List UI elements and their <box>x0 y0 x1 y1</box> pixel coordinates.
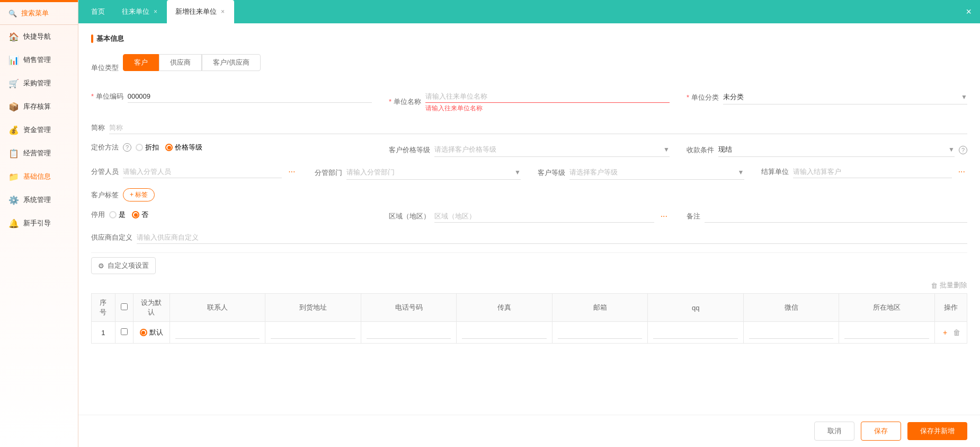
department-field: 分管部门 请输入分管部门 ▼ <box>315 165 521 180</box>
manager-field: 分管人员 ··· <box>91 165 298 178</box>
short-name-field: 简称 <box>91 121 967 134</box>
unit-name-field: 单位名称 请输入往来单位名称 <box>389 90 670 113</box>
payment-terms-help-icon[interactable]: ? <box>959 146 967 154</box>
sidebar-item-label: 快捷导航 <box>23 32 51 41</box>
manager-input[interactable] <box>123 165 282 178</box>
save-button[interactable]: 保存 <box>861 422 901 441</box>
type-btn-both[interactable]: 客户/供应商 <box>202 54 261 71</box>
customer-level-select[interactable]: 请选择客户等级 ▼ <box>569 165 744 180</box>
contact-table: 序号 设为默认 联系人 到货地址 电话号码 传真 邮箱 qq 微信 所在地区 操… <box>91 293 967 344</box>
sidebar-item-guide[interactable]: 🔔 新手引导 <box>0 212 78 235</box>
sidebar-item-purchase[interactable]: 🛒 采购管理 <box>0 72 78 95</box>
manager-more-btn[interactable]: ··· <box>286 167 297 177</box>
table-header-row: 序号 设为默认 联系人 到货地址 电话号码 传真 邮箱 qq 微信 所在地区 操… <box>92 294 967 322</box>
settlement-unit-input[interactable] <box>793 165 952 178</box>
td-seq: 1 <box>92 322 115 344</box>
sidebar-item-system[interactable]: ⚙️ 系统管理 <box>0 188 78 212</box>
radio-discount[interactable]: 折扣 <box>136 143 159 152</box>
payment-terms-chevron: ▼ <box>948 146 955 153</box>
wechat-input[interactable] <box>749 326 834 339</box>
fax-input[interactable] <box>462 326 547 339</box>
sidebar-item-operations[interactable]: 📋 经营管理 <box>0 142 78 165</box>
th-region: 所在地区 <box>839 294 935 322</box>
tab-partners[interactable]: 往来单位 × <box>113 0 167 23</box>
address-input[interactable] <box>271 326 355 339</box>
default-radio-label: 默认 <box>149 328 163 337</box>
tab-new-partner-close[interactable]: × <box>220 7 226 16</box>
customer-price-level-field: 客户价格等级 请选择客户价格等级 ▼ <box>389 143 670 157</box>
supplier-custom-input[interactable] <box>137 231 967 244</box>
qq-input[interactable] <box>653 326 738 339</box>
pricing-method-help-icon[interactable]: ? <box>123 143 131 152</box>
operations-icon: 📋 <box>8 148 19 159</box>
system-icon: ⚙️ <box>8 195 19 205</box>
remark-input[interactable] <box>705 210 967 223</box>
cancel-button[interactable]: 取消 <box>814 422 854 441</box>
tab-home[interactable]: 首页 <box>83 0 113 23</box>
pricing-radio-group: 折扣 价格等级 <box>136 143 202 152</box>
disabled-field: 停用 是 否 <box>91 210 372 220</box>
radio-yes[interactable]: 是 <box>109 210 126 220</box>
tab-partners-close[interactable]: × <box>153 7 158 16</box>
sidebar-item-label: 销售管理 <box>23 55 51 65</box>
type-btn-supplier[interactable]: 供应商 <box>159 54 202 71</box>
default-radio[interactable]: 默认 <box>139 328 164 337</box>
radio-price-level[interactable]: 价格等级 <box>165 143 202 152</box>
payment-terms-select[interactable]: 现结 ▼ <box>718 143 955 157</box>
department-label: 分管部门 <box>315 168 342 178</box>
td-fax <box>457 322 553 344</box>
pricing-method-label: 定价方法 <box>91 143 119 152</box>
customer-price-level-label: 客户价格等级 <box>389 145 430 155</box>
region-table-input[interactable] <box>844 326 929 339</box>
unit-type-field: 单位类型 客户 供应商 客户/供应商 <box>91 54 967 82</box>
region-input[interactable] <box>434 210 654 223</box>
custom-settings-button[interactable]: ⚙ 自定义项设置 <box>91 257 156 274</box>
tab-bar-close-all[interactable]: × <box>961 6 976 17</box>
radio-no-circle <box>132 211 139 218</box>
sidebar-item-label: 系统管理 <box>23 195 51 205</box>
region-field: 区域（地区） ··· <box>389 210 670 223</box>
sidebar-item-quick-nav[interactable]: 🏠 快捷导航 <box>0 25 78 48</box>
department-placeholder: 请输入分管部门 <box>346 168 513 177</box>
email-input[interactable] <box>558 326 643 339</box>
customer-price-level-select[interactable]: 请选择客户价格等级 ▼ <box>434 143 670 157</box>
sidebar-item-inventory[interactable]: 📦 库存核算 <box>0 95 78 118</box>
add-row-icon[interactable]: + <box>940 328 950 337</box>
customer-level-label: 客户等级 <box>538 168 565 178</box>
unit-name-input[interactable] <box>425 90 670 103</box>
contact-input[interactable] <box>175 326 260 339</box>
sidebar-item-label: 库存核算 <box>23 102 51 111</box>
sidebar-item-finance[interactable]: 💰 资金管理 <box>0 118 78 142</box>
radio-yes-label: 是 <box>119 210 126 220</box>
payment-terms-field: 收款条件 现结 ▼ ? <box>687 143 967 157</box>
remark-field: 备注 <box>687 210 967 223</box>
unit-code-input[interactable] <box>128 90 372 103</box>
settlement-unit-more-btn[interactable]: ··· <box>956 167 967 177</box>
payment-terms-value: 现结 <box>718 145 946 154</box>
phone-input[interactable] <box>367 326 451 339</box>
tab-new-partner[interactable]: 新增往来单位 × <box>167 0 234 23</box>
department-select[interactable]: 请输入分管部门 ▼ <box>346 165 521 180</box>
customer-level-field: 客户等级 请选择客户等级 ▼ <box>538 165 744 180</box>
settlement-unit-field: 结算单位 ··· <box>761 165 968 178</box>
unit-name-error-msg: 请输入往来单位名称 <box>425 104 670 113</box>
table-row: 1 默认 <box>92 322 967 344</box>
short-name-input[interactable] <box>109 121 967 134</box>
sidebar-item-basic-info[interactable]: 📁 基础信息 <box>0 165 78 188</box>
region-more-btn[interactable]: ··· <box>658 212 670 221</box>
save-new-button[interactable]: 保存并新增 <box>907 422 967 440</box>
radio-no[interactable]: 否 <box>132 210 148 220</box>
type-btn-customer[interactable]: 客户 <box>123 54 159 71</box>
table-select-all[interactable] <box>121 303 128 310</box>
guide-icon: 🔔 <box>8 218 19 229</box>
unit-category-select[interactable]: 未分类 ▼ <box>723 90 967 104</box>
search-menu-item[interactable]: 🔍 搜索菜单 <box>0 2 78 25</box>
th-default: 设为默认 <box>133 294 170 322</box>
add-tag-button[interactable]: + 标签 <box>123 188 155 201</box>
delete-row-icon[interactable]: 🗑 <box>952 328 961 337</box>
batch-delete-button[interactable]: 🗑 批量删除 <box>931 281 967 290</box>
th-contact: 联系人 <box>170 294 265 322</box>
sidebar-item-sales[interactable]: 📊 销售管理 <box>0 48 78 72</box>
pricing-method-field: 定价方法 ? 折扣 价格等级 <box>91 143 372 152</box>
row-checkbox[interactable] <box>121 328 128 335</box>
